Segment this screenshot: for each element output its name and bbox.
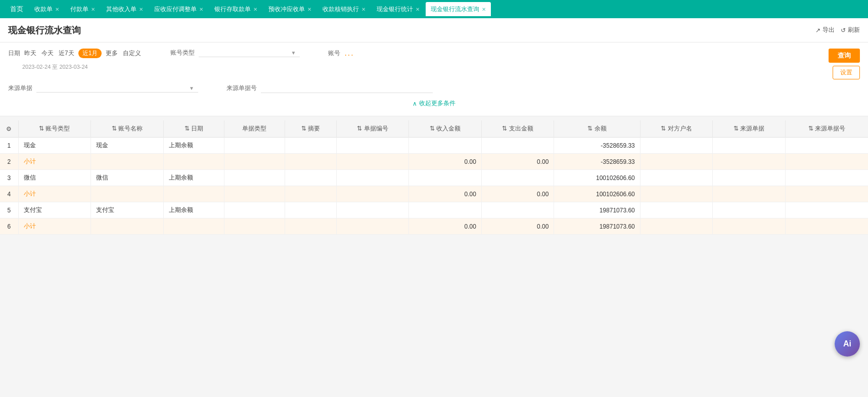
sort-icon: ⇅ — [587, 125, 592, 132]
sort-icon: ⇅ — [430, 125, 435, 132]
nav-tab-tab-bank-deposit[interactable]: 银行存取款单✕ — [209, 2, 262, 16]
nav-tabs: 收款单✕付款单✕其他收入单✕应收应付调整单✕银行存取款单✕预收冲应收单✕收款核销… — [29, 2, 492, 16]
refresh-button[interactable]: ↺ 刷新 — [841, 26, 860, 34]
col-summary-header[interactable]: ⇅ 摘要 — [285, 120, 337, 138]
sort-icon: ⇅ — [185, 125, 190, 132]
sort-icon: ⇅ — [357, 125, 362, 132]
table-row: 6小计0.000.0019871073.60 — [0, 218, 868, 235]
export-icon: ↗ — [815, 27, 820, 34]
date-shortcut-7days[interactable]: 近7天 — [58, 49, 75, 58]
table-row: 4小计0.000.00100102606.60 — [0, 186, 868, 202]
table-row: 5支付宝支付宝上期余额19871073.60 — [0, 202, 868, 218]
date-range: 2023-02-24 至 2023-03-24 — [22, 63, 88, 71]
tab-close-icon[interactable]: ✕ — [55, 7, 59, 12]
nav-tab-tab-other-income[interactable]: 其他收入单✕ — [101, 2, 148, 16]
nav-tab-tab-receivable-adjust[interactable]: 应收应付调整单✕ — [149, 2, 208, 16]
tab-close-icon[interactable]: ✕ — [361, 7, 366, 12]
sort-icon: ⇅ — [39, 125, 44, 132]
tab-close-icon[interactable]: ✕ — [253, 7, 257, 12]
tab-close-icon[interactable]: ✕ — [307, 7, 311, 12]
refresh-icon: ↺ — [841, 27, 846, 34]
col-account-name-header[interactable]: ⇅ 账号名称 — [91, 120, 164, 138]
col-balance-header[interactable]: ⇅ 余额 — [554, 120, 640, 138]
sort-icon: ⇅ — [301, 125, 306, 132]
date-shortcut-custom[interactable]: 自定义 — [122, 49, 142, 58]
account-more-button[interactable]: ... — [344, 49, 354, 58]
tab-close-icon[interactable]: ✕ — [199, 7, 203, 12]
date-label: 日期 — [8, 49, 20, 58]
nav-tab-tab-cash-bank-flow[interactable]: 现金银行流水查询✕ — [426, 2, 491, 16]
nav-tab-tab-prepay-offset[interactable]: 预收冲应收单✕ — [263, 2, 316, 16]
sort-icon: ⇅ — [734, 125, 739, 132]
nav-tab-tab-payment[interactable]: 付款单✕ — [65, 2, 100, 16]
col-account-type-header[interactable]: ⇅ 账号类型 — [18, 120, 91, 138]
source-doc-no-label: 来源单据号 — [226, 84, 257, 93]
col-counterpart-header[interactable]: ⇅ 对方户名 — [640, 120, 713, 138]
col-doc-type-header[interactable]: 单据类型 — [224, 120, 285, 138]
query-button[interactable]: 查询 — [829, 49, 860, 63]
col-source-doc-header[interactable]: ⇅ 来源单据 — [713, 120, 786, 138]
top-nav: 首页 收款单✕付款单✕其他收入单✕应收应付调整单✕银行存取款单✕预收冲应收单✕收… — [0, 0, 868, 18]
date-shortcut-1month[interactable]: 近1月 — [78, 49, 102, 58]
header-bar: 现金银行流水查询 ↗ 导出 ↺ 刷新 — [0, 18, 868, 42]
col-expense-header[interactable]: ⇅ 支出金额 — [481, 120, 554, 138]
sort-icon: ⇅ — [112, 125, 117, 132]
collapse-icon: ∧ — [413, 100, 417, 107]
account-label: 账号 — [328, 49, 340, 58]
table-row: 1现金现金上期余额-3528659.33 — [0, 138, 868, 154]
date-shortcut-today[interactable]: 今天 — [40, 49, 55, 58]
nav-tab-tab-collect-exec[interactable]: 收款核销执行✕ — [317, 2, 371, 16]
table-header-row: ⚙ ⇅ 账号类型 ⇅ 账号名称 ⇅ 日期 单据类型 ⇅ 摘要 ⇅ 单据编号 — [0, 120, 868, 138]
table-container: ⚙ ⇅ 账号类型 ⇅ 账号名称 ⇅ 日期 单据类型 ⇅ 摘要 ⇅ 单据编号 — [0, 120, 868, 235]
sort-icon: ⇅ — [661, 125, 666, 132]
tab-close-icon[interactable]: ✕ — [91, 7, 95, 12]
filter-area: 日期 昨天 今天 近7天 近1月 更多 自定义 2023-02-24 至 202… — [0, 42, 868, 116]
tab-close-icon[interactable]: ✕ — [139, 7, 143, 12]
account-type-select[interactable]: ▼ — [199, 49, 300, 57]
col-doc-no-header[interactable]: ⇅ 单据编号 — [336, 120, 409, 138]
header-actions: ↗ 导出 ↺ 刷新 — [815, 26, 860, 34]
table-row: 3微信微信上期余额100102606.60 — [0, 170, 868, 186]
tab-close-icon[interactable]: ✕ — [416, 7, 420, 12]
page-title: 现金银行流水查询 — [8, 24, 81, 36]
nav-home[interactable]: 首页 — [4, 5, 29, 14]
account-type-label: 账号类型 — [170, 49, 195, 57]
col-date-header[interactable]: ⇅ 日期 — [163, 120, 224, 138]
sort-icon: ⇅ — [502, 125, 507, 132]
account-type-arrow-icon: ▼ — [291, 50, 296, 56]
settings-button[interactable]: 设置 — [833, 66, 860, 79]
nav-tab-tab-cash-bank-stats[interactable]: 现金银行统计✕ — [372, 2, 425, 16]
source-doc-no-input[interactable] — [261, 83, 433, 93]
sort-icon: ⇅ — [808, 125, 813, 132]
date-shortcut-more[interactable]: 更多 — [105, 49, 119, 58]
source-doc-select[interactable]: ▼ — [36, 84, 198, 93]
settings-icon: ⚙ — [6, 125, 12, 133]
table-row: 2小计0.000.00-3528659.33 — [0, 154, 868, 170]
col-income-header[interactable]: ⇅ 收入金额 — [409, 120, 482, 138]
date-shortcuts: 昨天 今天 近7天 近1月 更多 自定义 — [23, 49, 142, 58]
tab-close-icon[interactable]: ✕ — [482, 7, 486, 12]
collapse-button[interactable]: ∧ 收起更多条件 — [413, 97, 455, 110]
source-doc-arrow-icon: ▼ — [189, 85, 194, 91]
date-shortcut-yesterday[interactable]: 昨天 — [23, 49, 37, 58]
export-button[interactable]: ↗ 导出 — [815, 26, 835, 34]
nav-tab-tab-receipt[interactable]: 收款单✕ — [29, 2, 64, 16]
source-doc-label: 来源单据 — [8, 84, 32, 93]
col-source-doc-no-header[interactable]: ⇅ 来源单据号 — [785, 120, 868, 138]
data-table: ⚙ ⇅ 账号类型 ⇅ 账号名称 ⇅ 日期 单据类型 ⇅ 摘要 ⇅ 单据编号 — [0, 120, 868, 235]
col-settings[interactable]: ⚙ — [0, 120, 18, 138]
table-body: 1现金现金上期余额-3528659.332小计0.000.00-3528659.… — [0, 138, 868, 235]
